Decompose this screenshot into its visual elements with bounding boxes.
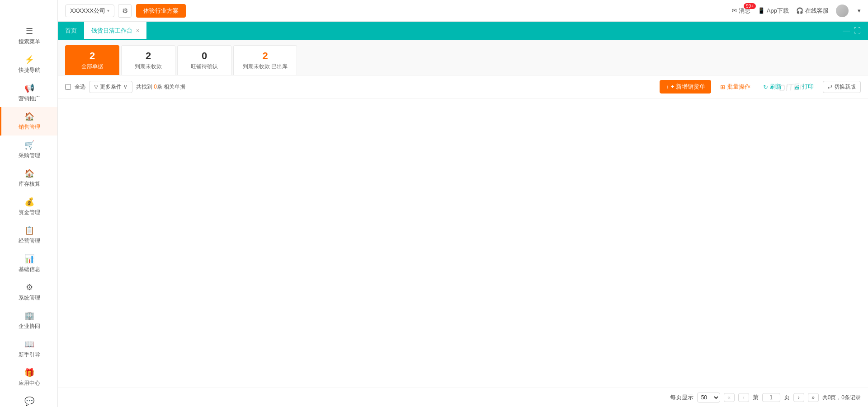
batch-operation-button[interactable]: ⊞ 批量操作 bbox=[717, 81, 754, 93]
refresh-button[interactable]: ↻ 刷新 bbox=[760, 81, 785, 93]
sidebar-item-finance[interactable]: 💰 资金管理 bbox=[0, 192, 57, 221]
finance-icon: 💰 bbox=[24, 197, 34, 207]
summary-tab-all[interactable]: 2 全部单据 bbox=[65, 45, 119, 75]
sidebar-label: 经营管理 bbox=[19, 237, 40, 245]
select-all-checkbox[interactable] bbox=[65, 84, 71, 90]
purchase-icon: 🛒 bbox=[24, 140, 34, 150]
search-menu-icon: ☰ bbox=[26, 26, 33, 36]
headset-icon: 🎧 bbox=[796, 7, 803, 14]
company-name: XXXXXX公司 bbox=[70, 7, 105, 15]
sidebar-item-enterprise[interactable]: 🏢 企业协同 bbox=[0, 306, 57, 335]
page-suffix: 页 bbox=[784, 393, 790, 402]
wechat-icon: 💬 bbox=[24, 396, 34, 406]
chevron-down-icon: ▾ bbox=[107, 8, 109, 13]
table-area bbox=[58, 98, 868, 388]
last-page-button[interactable]: » bbox=[808, 393, 819, 402]
sidebar-item-search-menu[interactable]: ☰ 搜索菜单 bbox=[0, 22, 57, 50]
add-icon: + bbox=[665, 84, 669, 90]
sidebar-label: 基础信息 bbox=[19, 266, 40, 273]
prev-page-button[interactable]: ‹ bbox=[738, 393, 749, 402]
sidebar-label: 系统管理 bbox=[19, 294, 40, 302]
company-selector[interactable]: XXXXXX公司 ▾ bbox=[65, 5, 114, 17]
sidebar-item-marketing[interactable]: 📢 营销推广 bbox=[0, 79, 57, 107]
sidebar-label: 库存核算 bbox=[19, 180, 40, 188]
print-button[interactable]: 🖨 打印 bbox=[791, 81, 817, 93]
toolbar-right: + + 新增销货单 ⊞ 批量操作 ↻ 刷新 🖨 打印 ⇄ 切换新版 bbox=[660, 80, 861, 94]
tab-minimize-icon[interactable]: — bbox=[843, 27, 850, 35]
sidebar-item-inventory[interactable]: 🏠 库存核算 bbox=[0, 164, 57, 192]
sidebar-label: 营销推广 bbox=[19, 95, 40, 103]
online-service-label: 在线客服 bbox=[805, 7, 829, 15]
sidebar-item-quick-nav[interactable]: ⚡ 快捷导航 bbox=[0, 50, 57, 79]
summary-tab-overdue[interactable]: 2 到期未收款 bbox=[121, 45, 175, 75]
found-text: 共找到 0条 相关单据 bbox=[136, 83, 185, 91]
sidebar-label: 应用中心 bbox=[19, 379, 40, 387]
refresh-icon: ↻ bbox=[763, 84, 768, 90]
sidebar-label: 采购管理 bbox=[19, 152, 40, 159]
per-page-select[interactable]: 20 50 100 bbox=[697, 393, 720, 402]
sidebar-item-app-center[interactable]: 🎁 应用中心 bbox=[0, 363, 57, 392]
sidebar-label: 快捷导航 bbox=[19, 66, 40, 74]
tab-shipped-count: 2 bbox=[243, 50, 288, 62]
messages-button[interactable]: ✉ 消息 99+ bbox=[732, 7, 750, 15]
filter-button[interactable]: ▽ 更多条件 ∨ bbox=[89, 81, 132, 93]
enterprise-icon: 🏢 bbox=[24, 311, 34, 321]
sidebar-item-operations[interactable]: 📋 经营管理 bbox=[0, 221, 57, 249]
tab-work-bench[interactable]: 钱货日清工作台 × bbox=[84, 22, 146, 40]
user-name[interactable]: ▾ bbox=[856, 7, 861, 14]
summary-tab-pending[interactable]: 0 旺铺待确认 bbox=[177, 45, 231, 75]
settings-button[interactable]: ⚙ bbox=[118, 4, 132, 18]
refresh-label: 刷新 bbox=[770, 83, 782, 91]
tab-maximize-icon[interactable]: ⛶ bbox=[854, 27, 861, 35]
gear-icon: ⚙ bbox=[122, 7, 128, 15]
next-page-button[interactable]: › bbox=[793, 393, 804, 402]
chevron-user-icon: ▾ bbox=[858, 7, 861, 14]
online-service-button[interactable]: 🎧 在线客服 bbox=[796, 7, 829, 15]
filter-icon: ▽ bbox=[94, 84, 98, 90]
app-download-label: App下载 bbox=[767, 7, 789, 15]
switch-icon: ⇄ bbox=[828, 84, 832, 90]
toolbar-left: 全选 ▽ 更多条件 ∨ 共找到 0条 相关单据 bbox=[65, 81, 656, 93]
summary-tabs: 2 全部单据 2 到期未收款 0 旺铺待确认 2 到期未收款 已出库 bbox=[58, 40, 868, 75]
app-download-icon: 📱 bbox=[758, 7, 765, 14]
sidebar-item-sales[interactable]: 🏠 销售管理 bbox=[0, 107, 57, 136]
sidebar-item-system[interactable]: ⚙ 系统管理 bbox=[0, 278, 57, 306]
basic-info-icon: 📊 bbox=[24, 254, 34, 264]
topbar-right: ✉ 消息 99+ 📱 App下载 🎧 在线客服 ▾ bbox=[732, 5, 861, 17]
summary-tab-shipped[interactable]: 2 到期未收款 已出库 bbox=[233, 45, 297, 75]
page-input[interactable] bbox=[762, 393, 780, 402]
experience-button[interactable]: 体验行业方案 bbox=[136, 4, 186, 18]
add-sales-order-button[interactable]: + + 新增销货单 bbox=[660, 80, 711, 94]
sidebar-item-basic-info[interactable]: 📊 基础信息 bbox=[0, 249, 57, 278]
tab-overdue-label: 到期未收款 bbox=[131, 63, 166, 70]
tab-pending-count: 0 bbox=[187, 50, 222, 62]
sales-icon: 🏠 bbox=[24, 112, 34, 122]
tab-pending-label: 旺铺待确认 bbox=[187, 63, 222, 70]
sidebar-item-purchase[interactable]: 🛒 采购管理 bbox=[0, 136, 57, 164]
avatar[interactable] bbox=[836, 5, 849, 17]
tab-work-bench-label: 钱货日清工作台 bbox=[91, 27, 132, 35]
first-page-button[interactable]: « bbox=[724, 393, 735, 402]
tab-overdue-count: 2 bbox=[131, 50, 166, 62]
filter-label: 更多条件 bbox=[100, 83, 122, 91]
sidebar-item-guide[interactable]: 📖 新手引导 bbox=[0, 335, 57, 363]
app-download-button[interactable]: 📱 App下载 bbox=[758, 7, 789, 15]
avatar-image bbox=[836, 5, 849, 17]
filter-chevron-icon: ∨ bbox=[123, 84, 127, 90]
tab-home[interactable]: 首页 bbox=[58, 22, 84, 40]
per-page-label: 每页显示 bbox=[670, 393, 693, 402]
content-area: 2 全部单据 2 到期未收款 0 旺铺待确认 2 到期未收款 已出库 全选 bbox=[58, 40, 868, 407]
tab-close-icon[interactable]: × bbox=[136, 28, 139, 34]
nav-tabs: 首页 钱货日清工作台 × — ⛶ bbox=[58, 22, 868, 40]
total-text: 共0页，0条记录 bbox=[822, 394, 861, 402]
messages-badge: 99+ bbox=[744, 3, 756, 9]
batch-icon: ⊞ bbox=[720, 84, 725, 90]
app-center-icon: 🎁 bbox=[24, 368, 34, 378]
sidebar-label: 新手引导 bbox=[19, 351, 40, 359]
add-sales-order-label: + 新增销货单 bbox=[671, 83, 705, 91]
sidebar-item-wechat[interactable]: 💬 企业微信 bbox=[0, 392, 57, 407]
tab-shipped-label: 到期未收款 已出库 bbox=[243, 63, 288, 70]
sidebar-label: 企业协同 bbox=[19, 323, 40, 330]
select-all-label: 全选 bbox=[75, 83, 85, 91]
switch-new-version-button[interactable]: ⇄ 切换新版 bbox=[823, 81, 861, 93]
